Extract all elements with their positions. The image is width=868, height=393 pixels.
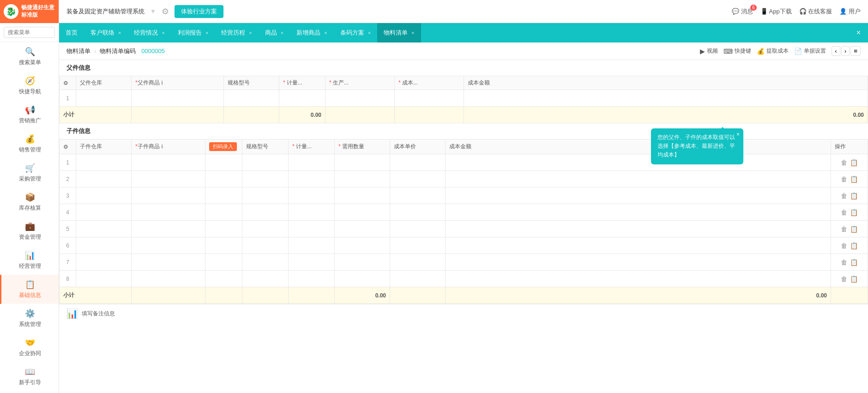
search-input[interactable]	[4, 27, 55, 38]
child-product-6[interactable]	[132, 237, 205, 254]
sidebar-item-system[interactable]: ⚙️ 系统管理	[0, 304, 59, 333]
action-video[interactable]: ▶ 视频	[700, 47, 718, 55]
tab-barcode[interactable]: 条码方案 ×	[334, 23, 377, 42]
tab-operations-status[interactable]: 经营情况 ×	[127, 23, 171, 42]
tab-bom[interactable]: 物料清单 ×	[377, 23, 421, 42]
tab-history[interactable]: 经营历程 ×	[215, 23, 258, 42]
child-product-5[interactable]	[132, 221, 205, 237]
copy-icon-6[interactable]: 📋	[850, 242, 858, 249]
child-warehouse-1[interactable]	[76, 154, 132, 171]
child-qty-4[interactable]	[335, 204, 390, 221]
child-unit-cost-8[interactable]	[390, 271, 446, 287]
tab-close-all[interactable]: ×	[853, 29, 868, 37]
bottom-label[interactable]: 填写备注信息	[82, 310, 115, 318]
child-spec-2[interactable]	[242, 171, 289, 187]
child-warehouse-2[interactable]	[76, 171, 132, 187]
child-unit-2[interactable]	[289, 171, 335, 187]
sidebar-item-sales[interactable]: 💰 销售管理	[0, 129, 59, 158]
child-product-7[interactable]	[132, 254, 205, 271]
close-tab-history[interactable]: ×	[249, 30, 252, 36]
dropdown-icon[interactable]: ▼	[150, 8, 156, 15]
child-qty-5[interactable]	[335, 221, 390, 237]
child-qty-2[interactable]	[335, 171, 390, 187]
child-warehouse-7[interactable]	[76, 254, 132, 271]
close-tab-profit[interactable]: ×	[205, 30, 208, 36]
action-shortcut[interactable]: ⌨ 快捷键	[723, 47, 751, 55]
action-doc-settings[interactable]: 📄 单据设置	[794, 47, 826, 55]
sidebar-item-quick-nav[interactable]: 🧭 快捷导航	[0, 71, 59, 100]
child-unit-5[interactable]	[289, 221, 335, 237]
sidebar-item-operations[interactable]: 📊 经营管理	[0, 246, 59, 275]
trial-btn[interactable]: 体验行业方案	[175, 5, 223, 18]
child-unit-cost-2[interactable]	[390, 171, 446, 187]
child-qty-7[interactable]	[335, 254, 390, 271]
copy-icon-2[interactable]: 📋	[850, 175, 858, 183]
child-spec-8[interactable]	[242, 271, 289, 287]
sidebar-item-finance[interactable]: 💼 资金管理	[0, 217, 59, 246]
child-unit-cost-3[interactable]	[390, 187, 446, 204]
copy-icon-8[interactable]: 📋	[850, 275, 858, 283]
delete-icon-5[interactable]: 🗑	[841, 225, 847, 233]
tab-home[interactable]: 首页	[59, 23, 84, 42]
child-qty-6[interactable]	[335, 237, 390, 254]
breadcrumb-bom-list[interactable]: 物料清单	[66, 47, 90, 55]
parent-unit-1[interactable]	[279, 90, 326, 107]
child-unit-cost-6[interactable]	[390, 237, 446, 254]
child-warehouse-4[interactable]	[76, 204, 132, 221]
child-unit-1[interactable]	[289, 154, 335, 171]
delete-icon-7[interactable]: 🗑	[841, 259, 847, 266]
child-unit-cost-1[interactable]	[390, 154, 446, 171]
parent-product-1[interactable]	[132, 90, 224, 107]
close-tab-bom[interactable]: ×	[411, 30, 414, 36]
online-service[interactable]: 🎧 在线客服	[799, 7, 832, 16]
prev-btn[interactable]: ‹	[832, 46, 840, 56]
child-product-2[interactable]	[132, 171, 205, 187]
child-unit-6[interactable]	[289, 237, 335, 254]
settings-icon[interactable]: ⚙	[162, 6, 169, 17]
child-spec-4[interactable]	[242, 204, 289, 221]
child-warehouse-5[interactable]	[76, 221, 132, 237]
child-spec-6[interactable]	[242, 237, 289, 254]
copy-icon-7[interactable]: 📋	[850, 259, 858, 266]
child-spec-1[interactable]	[242, 154, 289, 171]
close-tab-customer[interactable]: ×	[118, 30, 121, 36]
child-unit-4[interactable]	[289, 204, 335, 221]
app-download[interactable]: 📱 App下载	[760, 7, 792, 16]
sidebar-item-marketing[interactable]: 📢 营销推广	[0, 100, 59, 129]
scan-input-btn[interactable]: 扫码录入	[209, 142, 237, 151]
child-col-settings[interactable]: ⚙	[60, 139, 76, 154]
parent-cost-1[interactable]	[395, 90, 464, 107]
copy-icon-3[interactable]: 📋	[850, 192, 858, 200]
parent-spec-1[interactable]	[224, 90, 279, 107]
close-tab-operations[interactable]: ×	[162, 30, 164, 36]
sidebar-item-enterprise[interactable]: 🤝 企业协同	[0, 333, 59, 362]
child-unit-7[interactable]	[289, 254, 335, 271]
child-unit-cost-7[interactable]	[390, 254, 446, 271]
action-extract-cost[interactable]: 💰 提取成本	[757, 47, 789, 55]
sidebar-item-basic-info[interactable]: 📋 基础信息	[0, 275, 59, 304]
delete-icon-8[interactable]: 🗑	[841, 275, 847, 283]
parent-col-settings[interactable]: ⚙	[60, 76, 76, 90]
user-area[interactable]: 👤 用户	[839, 7, 861, 16]
sidebar-item-purchase[interactable]: 🛒 采购管理	[0, 158, 59, 187]
next-btn[interactable]: ›	[841, 46, 850, 56]
child-product-1[interactable]	[132, 154, 205, 171]
delete-icon-2[interactable]: 🗑	[841, 175, 847, 183]
sidebar-item-search[interactable]: 🔍 搜索菜单	[0, 42, 59, 71]
tab-new-product[interactable]: 新增商品 ×	[290, 23, 333, 42]
child-warehouse-8[interactable]	[76, 271, 132, 287]
child-qty-8[interactable]	[335, 271, 390, 287]
child-unit-cost-4[interactable]	[390, 204, 446, 221]
close-all-icon[interactable]: ×	[853, 29, 864, 36]
child-unit-cost-5[interactable]	[390, 221, 446, 237]
delete-icon-6[interactable]: 🗑	[841, 242, 847, 249]
child-spec-5[interactable]	[242, 221, 289, 237]
child-qty-1[interactable]	[335, 154, 390, 171]
message-area[interactable]: 💬 6 消息	[732, 7, 753, 16]
sidebar-item-guide[interactable]: 📖 新手引导	[0, 362, 59, 391]
close-tab-barcode[interactable]: ×	[368, 30, 371, 36]
child-product-4[interactable]	[132, 204, 205, 221]
delete-icon-1[interactable]: 🗑	[841, 159, 847, 166]
copy-icon-5[interactable]: 📋	[850, 225, 858, 233]
delete-icon-4[interactable]: 🗑	[841, 209, 847, 216]
